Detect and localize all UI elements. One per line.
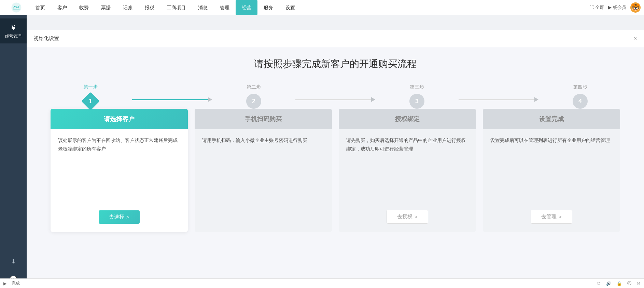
download-icon: ⬇: [8, 257, 19, 266]
step1-label: 第一步: [83, 84, 98, 90]
step3-circle: 3: [409, 94, 424, 109]
cards-row: 请选择客户 该处展示的客户为不在回收站、客户状态正常建账后完成老板端绑定的所有客…: [47, 109, 624, 232]
status-bar: ▶ 完成 🛡 🔊 🔒 ⓪ ⑩: [0, 278, 644, 288]
nav-customer[interactable]: 客户: [51, 0, 73, 15]
step4-btn-arrow: >: [559, 214, 562, 220]
nav-tax[interactable]: 报税: [139, 0, 160, 15]
member-btn[interactable]: ▶ 畅会员: [608, 4, 626, 11]
step2-card-footer: [195, 218, 332, 232]
fullscreen-icon: ⛶: [589, 5, 594, 10]
step4-card: 设置完成 设置完成后可以在管理列表进行所有企业用户的经营管理 去管理 >: [483, 109, 620, 232]
step4-btn-label: 去管理: [541, 213, 557, 220]
top-nav: 首页 客户 收费 票据 记账 报税 工商项目 消息 管理 经营 服务 设置 ⛶ …: [0, 0, 644, 15]
step3-card: 授权绑定 请先购买，购买后选择开通的产品中的企业用户进行授权绑定，成功后即可进行…: [339, 109, 476, 232]
status-right: 🛡 🔊 🔒 ⓪ ⑩: [597, 280, 641, 286]
page-header: 初始化设置 ×: [27, 30, 644, 47]
volume-icon: 🔊: [606, 281, 611, 286]
nav-settings[interactable]: 设置: [279, 0, 301, 15]
avatar[interactable]: 🐯: [630, 2, 641, 13]
counter-zero: ⓪: [627, 280, 631, 286]
step3-card-body: 请先购买，购买后选择开通的产品中的企业用户进行授权绑定，成功后即可进行经营管理: [339, 129, 476, 204]
step4-go-button[interactable]: 去管理 >: [531, 210, 572, 224]
sidebar-item-download[interactable]: ⬇: [0, 252, 27, 270]
nav-service[interactable]: 服务: [257, 0, 279, 15]
step4-card-body: 设置完成后可以在管理列表进行所有企业用户的经营管理: [483, 129, 620, 204]
step4-card-footer: 去管理 >: [483, 204, 620, 232]
step3-btn-arrow: >: [415, 214, 418, 220]
nav-invoice[interactable]: 票据: [95, 0, 117, 15]
wizard-container: 请按照步骤完成新客户的开通购买流程 第一步 1 第二步 2: [27, 47, 644, 242]
play-status-icon: ▶: [3, 281, 9, 286]
nav-manage[interactable]: 管理: [214, 0, 236, 15]
nav-home[interactable]: 首页: [29, 0, 51, 15]
fullscreen-label: 全屏: [595, 4, 604, 11]
step1-go-button[interactable]: 去选择 >: [99, 210, 140, 224]
step4-card-header: 设置完成: [483, 109, 620, 129]
nav-bookkeeping[interactable]: 记账: [117, 0, 139, 15]
step1-card-body: 该处展示的客户为不在回收站、客户状态正常建账后完成老板端绑定的所有客户: [51, 129, 188, 205]
step1-btn-arrow: >: [126, 214, 129, 220]
step3-card-header: 授权绑定: [339, 109, 476, 129]
member-label: 畅会员: [613, 4, 626, 11]
page-title: 初始化设置: [33, 35, 59, 42]
nav-biz[interactable]: 工商项目: [160, 0, 192, 15]
step1-card: 请选择客户 该处展示的客户为不在回收站、客户状态正常建账后完成老板端绑定的所有客…: [51, 109, 188, 232]
step3-card-footer: 去授权 >: [339, 204, 476, 232]
nav-items: 首页 客户 收费 票据 记账 报税 工商项目 消息 管理 经营 服务 设置: [29, 0, 589, 15]
sidebar-item-label: 经营管理: [5, 34, 22, 39]
nav-right: ⛶ 全屏 ▶ 畅会员 🐯: [589, 2, 641, 13]
step4-circle: 4: [573, 94, 588, 109]
status-left: ▶ 完成: [3, 280, 20, 286]
step3-btn-label: 去授权: [397, 213, 412, 220]
lock-icon: 🔒: [617, 281, 622, 286]
main-content: 初始化设置 × 请按照步骤完成新客户的开通购买流程 第一步 1 第二步 2: [27, 30, 644, 288]
step3-label: 第三步: [410, 84, 424, 90]
yuan-icon: ¥: [8, 23, 19, 32]
close-button[interactable]: ×: [633, 35, 637, 42]
step2-card-header: 手机扫码购买: [195, 109, 332, 129]
step2-card-body: 请用手机扫码，输入小微企业主账号密码进行购买: [195, 129, 332, 218]
step2-card: 手机扫码购买 请用手机扫码，输入小微企业主账号密码进行购买: [195, 109, 332, 232]
step2-label: 第二步: [247, 84, 261, 90]
shield-icon: 🛡: [597, 281, 601, 286]
nav-operation[interactable]: 经营: [236, 0, 257, 15]
nav-message[interactable]: 消息: [192, 0, 214, 15]
status-text: 完成: [12, 280, 20, 286]
sidebar: ¥ 经营管理 ⬇ 💬: [0, 15, 27, 288]
step3-go-button[interactable]: 去授权 >: [387, 210, 428, 224]
nav-fee[interactable]: 收费: [73, 0, 95, 15]
step2-circle: 2: [246, 94, 261, 109]
step1-card-header: 请选择客户: [51, 109, 188, 129]
fullscreen-btn[interactable]: ⛶ 全屏: [589, 4, 604, 11]
wizard-title: 请按照步骤完成新客户的开通购买流程: [47, 57, 624, 70]
step1-btn-label: 去选择: [109, 214, 124, 220]
step1-circle: 1: [83, 94, 98, 109]
sidebar-item-operation[interactable]: ¥ 经营管理: [0, 18, 27, 43]
play-icon: ▶: [608, 5, 612, 10]
logo[interactable]: [3, 2, 29, 13]
counter-ten: ⑩: [637, 281, 641, 286]
step1-card-footer: 去选择 >: [51, 205, 188, 232]
step4-label: 第四步: [573, 84, 587, 90]
